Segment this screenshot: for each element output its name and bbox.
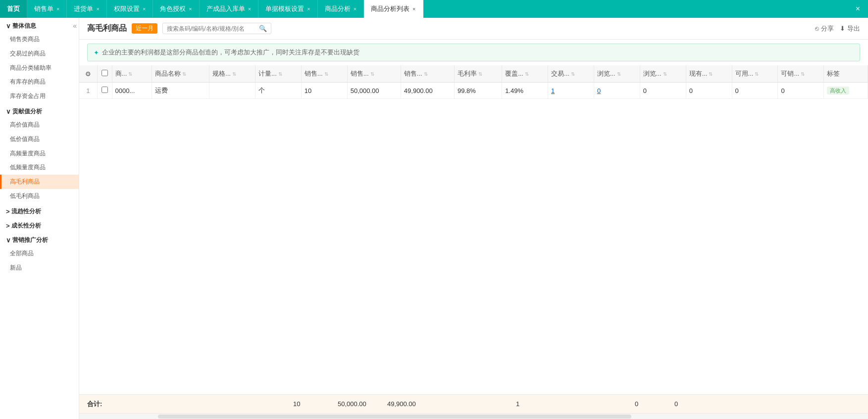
browse1: 0 [594, 83, 640, 99]
nav-close-all[interactable]: × [852, 4, 868, 13]
horizontal-scrollbar[interactable] [79, 413, 868, 419]
nav-close-icon-purchase-order[interactable]: × [96, 6, 99, 12]
footer-sales-cost: 49,900.00 [384, 400, 434, 408]
sidebar-item-new-products[interactable]: 新品 [0, 261, 79, 275]
col-header-sellable[interactable]: 可销...⇅ [778, 65, 824, 83]
link-value[interactable]: 0 [597, 87, 601, 94]
group-arrow-icon: ∨ [6, 108, 11, 115]
footer-total: 合计: 10 50,000.00 49,900.00 1 0 0 [79, 394, 868, 413]
col-header-available-stock[interactable]: 可用...⇅ [732, 65, 778, 83]
nav-item-permission-settings[interactable]: 权限设置× [107, 0, 153, 18]
sidebar-item-low-value[interactable]: 低价值商品 [0, 132, 79, 146]
col-header-current-stock[interactable]: 现有...⇅ [686, 65, 732, 83]
footer-placeholder1 [434, 400, 473, 408]
product-code: 0000... [112, 83, 152, 99]
nav-item-product-analysis-list[interactable]: 商品分析列表× [364, 0, 423, 18]
nav-item-sales-order[interactable]: 销售单× [27, 0, 67, 18]
export-label: 导出 [847, 24, 860, 33]
nav-close-icon-product-entry[interactable]: × [248, 6, 251, 12]
info-icon: ✦ [94, 49, 99, 56]
gross-margin: 99.8% [454, 83, 502, 99]
col-header-gross-margin[interactable]: 毛利率⇅ [454, 65, 502, 83]
sidebar-item-high-frequency[interactable]: 高频量度商品 [0, 146, 79, 161]
col-header-coverage[interactable]: 覆盖...⇅ [502, 65, 548, 83]
search-input[interactable] [167, 25, 259, 32]
nav-close-icon-sales-order[interactable]: × [56, 6, 59, 12]
col-header-row-num: ⚙ [79, 65, 97, 83]
sort-icon-unit: ⇅ [278, 71, 282, 77]
settings-icon[interactable]: ⚙ [85, 70, 91, 78]
footer-sales-qty: 10 [290, 400, 335, 408]
col-header-code[interactable]: 商...⇅ [112, 65, 152, 83]
sort-icon-browse1: ⇅ [617, 71, 621, 77]
sales-amount: 50,000.00 [347, 83, 401, 99]
coverage: 1.49% [502, 83, 548, 99]
export-icon: ⬇ [840, 25, 845, 32]
col-header-unit[interactable]: 计量...⇅ [255, 65, 301, 83]
browse2: 0 [640, 83, 686, 99]
sidebar-group-overall-info[interactable]: ∨ 整体信息 [0, 18, 79, 32]
sidebar-item-analysis-assist[interactable]: 商品分类辅助率 [0, 61, 79, 75]
col-header-browse2[interactable]: 浏览...⇅ [640, 65, 686, 83]
row-checkbox-input[interactable] [102, 87, 108, 93]
select-all-checkbox[interactable] [102, 70, 108, 76]
sidebar-item-high-value[interactable]: 高价值商品 [0, 118, 79, 132]
footer-available-stock: 0 [671, 400, 711, 408]
nav-item-order-template[interactable]: 单据模板设置× [258, 0, 317, 18]
sidebar-item-capital-occupation[interactable]: 库存资金占用 [0, 89, 79, 103]
sidebar-group-marketing-analysis[interactable]: ∨ 营销推广分析 [0, 232, 79, 246]
col-header-sales-amount[interactable]: 销售...⇅ [347, 65, 401, 83]
group-arrow-icon: > [6, 208, 10, 215]
table-container: ⚙商...⇅商品名称⇅规格...⇅计量...⇅销售...⇅销售...⇅销售...… [79, 65, 868, 394]
nav-item-home[interactable]: 首页 [0, 0, 27, 18]
export-button[interactable]: ⬇ 导出 [840, 24, 860, 33]
sidebar-item-high-profit[interactable]: 高毛利商品 [0, 175, 79, 189]
sidebar-item-low-profit[interactable]: 低毛利商品 [0, 189, 79, 203]
row-checkbox[interactable] [97, 83, 112, 99]
link-value[interactable]: 1 [551, 87, 555, 94]
product-name[interactable]: 运费 [152, 83, 209, 99]
footer-placeholder2 [473, 400, 513, 408]
nav-item-product-entry[interactable]: 产成品入库单× [200, 0, 258, 18]
sidebar-group-trend-analysis[interactable]: > 流趋性分析 [0, 203, 79, 218]
nav-item-purchase-order[interactable]: 进货单× [67, 0, 106, 18]
col-header-sales-qty[interactable]: 销售...⇅ [301, 65, 347, 83]
time-filter-button[interactable]: 近一月 [132, 23, 157, 34]
sidebar-item-low-frequency[interactable]: 低频量度商品 [0, 160, 79, 175]
sidebar-item-all-products[interactable]: 全部商品 [0, 246, 79, 261]
nav-item-product-analysis[interactable]: 商品分析× [318, 0, 364, 18]
group-arrow-icon: ∨ [6, 22, 11, 30]
sidebar-item-sales-ranking[interactable]: 销售类商品 [0, 32, 79, 47]
sort-icon-sales-cost: ⇅ [424, 71, 428, 77]
col-header-checkbox [97, 65, 112, 83]
col-header-browse1[interactable]: 浏览...⇅ [594, 65, 640, 83]
col-header-sales-cost[interactable]: 销售...⇅ [401, 65, 454, 83]
nav-close-icon-product-analysis-list[interactable]: × [412, 6, 415, 12]
sort-icon-sales-amount: ⇅ [370, 71, 374, 77]
sidebar-item-in-stock[interactable]: 有库存的商品 [0, 75, 79, 89]
col-header-name[interactable]: 商品名称⇅ [152, 65, 209, 83]
nav-item-role-permissions[interactable]: 角色授权× [153, 0, 199, 18]
search-icon[interactable]: 🔍 [259, 25, 267, 32]
footer-transaction: 1 [513, 400, 553, 408]
sidebar-group-asset-analysis[interactable]: ∨ 贡献值分析 [0, 103, 79, 118]
sort-icon-current-stock: ⇅ [709, 71, 713, 77]
sidebar-collapse-button[interactable]: « [73, 22, 77, 30]
col-header-spec[interactable]: 规格...⇅ [209, 65, 255, 83]
nav-close-icon-order-template[interactable]: × [307, 6, 310, 12]
sort-icon-transaction: ⇅ [571, 71, 575, 77]
nav-close-icon-role-permissions[interactable]: × [189, 6, 192, 12]
share-button[interactable]: ⎋ 分享 [815, 24, 834, 33]
col-header-transaction[interactable]: 交易...⇅ [548, 65, 594, 83]
nav-close-icon-permission-settings[interactable]: × [143, 6, 146, 12]
data-table: ⚙商...⇅商品名称⇅规格...⇅计量...⇅销售...⇅销售...⇅销售...… [79, 65, 868, 99]
product-spec [209, 83, 255, 99]
sidebar-group-growth-analysis[interactable]: > 成长性分析 [0, 218, 79, 232]
footer-placeholder3 [553, 400, 592, 408]
scrollbar-thumb[interactable] [158, 415, 631, 419]
product-tag: 高收入 [824, 83, 868, 99]
nav-close-icon-product-analysis[interactable]: × [354, 6, 357, 12]
close-all-icon[interactable]: × [852, 4, 864, 13]
sidebar-item-traded-products[interactable]: 交易过的商品 [0, 47, 79, 61]
top-nav: 首页销售单×进货单×权限设置×角色授权×产成品入库单×单据模板设置×商品分析×商… [0, 0, 868, 18]
